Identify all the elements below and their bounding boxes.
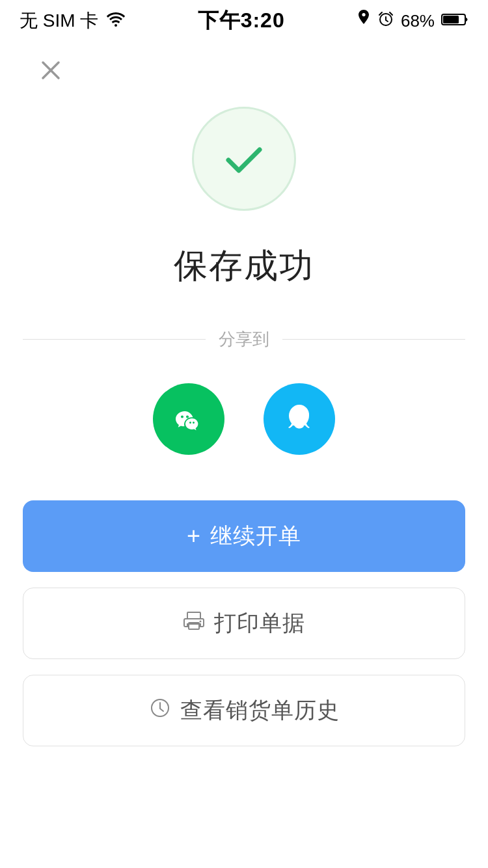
share-icons: [153, 383, 335, 455]
alarm-icon: [377, 10, 394, 32]
status-right: 68%: [357, 10, 468, 33]
status-bar: 无 SIM 卡 下午3:20 68%: [0, 0, 488, 42]
wechat-share-button[interactable]: [153, 383, 224, 455]
print-label: 打印单据: [214, 608, 305, 638]
continue-label: 继续开单: [210, 521, 301, 551]
main-content: 保存成功 分享到 + 继续开单: [0, 42, 488, 746]
wechat-icon: [168, 398, 210, 440]
printer-icon: [183, 610, 205, 637]
battery-percent: 68%: [401, 11, 435, 31]
continue-button[interactable]: + 继续开单: [23, 500, 465, 572]
success-title: 保存成功: [174, 243, 314, 289]
close-button[interactable]: [33, 52, 69, 88]
status-left: 无 SIM 卡: [20, 8, 126, 33]
carrier-text: 无 SIM 卡: [20, 8, 98, 33]
share-label: 分享到: [219, 328, 269, 351]
location-icon: [357, 10, 371, 33]
action-buttons: + 继续开单 打印单据 查看销货单历史: [23, 500, 465, 746]
svg-point-7: [200, 621, 202, 623]
checkmark-icon: [218, 133, 270, 185]
plus-icon: +: [187, 522, 201, 550]
clock-icon: [149, 697, 171, 724]
share-divider: 分享到: [23, 328, 465, 351]
print-button[interactable]: 打印单据: [23, 588, 465, 659]
success-circle: [192, 107, 296, 211]
divider-line-left: [23, 339, 206, 340]
wifi-icon: [106, 10, 126, 31]
history-label: 查看销货单历史: [180, 696, 340, 726]
qq-share-button[interactable]: [264, 383, 335, 455]
battery-icon: [441, 11, 468, 31]
svg-rect-5: [187, 612, 200, 619]
svg-rect-2: [443, 16, 459, 23]
time-display: 下午3:20: [198, 7, 285, 35]
divider-line-right: [282, 339, 465, 340]
qq-icon: [278, 398, 320, 440]
history-button[interactable]: 查看销货单历史: [23, 675, 465, 746]
